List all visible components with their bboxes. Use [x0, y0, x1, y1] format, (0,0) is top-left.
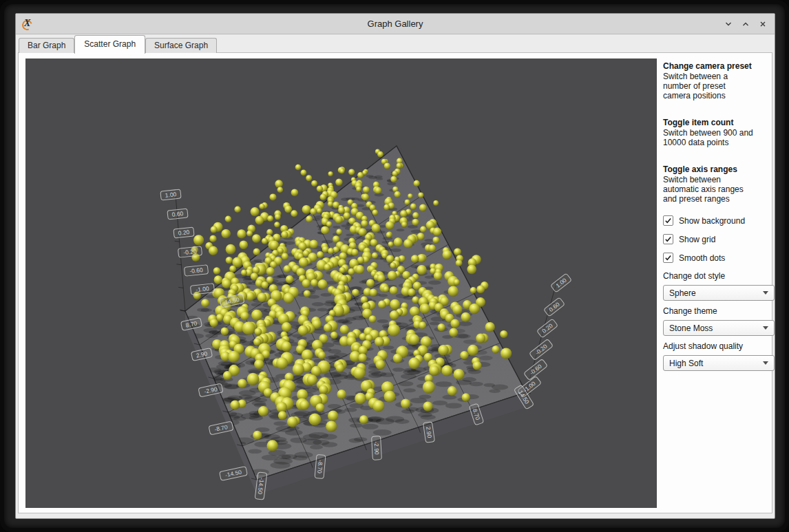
checkbox-label: Smooth dots — [679, 253, 725, 263]
checkbox-label: Show background — [679, 216, 745, 226]
checkbox-box[interactable] — [663, 234, 673, 244]
window-title: Graph Gallery — [16, 19, 775, 29]
svg-text:-8.70: -8.70 — [316, 460, 324, 474]
scatter-3d-view[interactable]: 1.000.600.20-0.20-0.60-1.001.000.600.20-… — [25, 58, 657, 508]
checkbox-box[interactable] — [663, 253, 673, 263]
panel-button-toggle-axis-ranges[interactable]: Toggle axis rangesSwitch between automat… — [663, 164, 775, 204]
checkbox-group: Show backgroundShow gridSmooth dots — [663, 215, 775, 263]
panel-button-toggle-item-count[interactable]: Toggle item countSwitch between 900 and … — [663, 118, 775, 147]
panel-button-description: Switch between automatic axis ranges and… — [663, 175, 775, 204]
chevron-down-icon — [763, 326, 768, 332]
xorg-app-icon: X — [22, 18, 34, 30]
combo-change-dot-style[interactable]: Sphere — [663, 285, 775, 301]
svg-text:-2.90: -2.90 — [372, 441, 380, 455]
svg-text:-1.00: -1.00 — [196, 285, 210, 293]
combo-value: Sphere — [669, 288, 696, 298]
check-icon — [664, 217, 672, 224]
check-icon — [664, 254, 672, 262]
tick-label: 1.00 — [160, 189, 181, 200]
combo-value: Stone Moss — [669, 323, 713, 333]
tick-label: -2.90 — [372, 436, 382, 460]
select-label-adjust-shadow-quality: Adjust shadow quality — [663, 341, 775, 351]
svg-text:0.20: 0.20 — [178, 228, 190, 237]
panel-button-title: Toggle item count — [663, 118, 775, 128]
panel-button-description: Switch between 900 and 10000 data points — [663, 128, 775, 147]
combo-value: High Soft — [669, 359, 703, 368]
combo-adjust-shadow-quality[interactable]: High Soft — [663, 355, 775, 371]
chevron-down-icon — [763, 361, 768, 368]
svg-text:1.00: 1.00 — [165, 191, 177, 199]
close-icon[interactable] — [758, 19, 768, 29]
minimize-icon[interactable] — [724, 19, 733, 29]
panel-button-title: Toggle axis ranges — [663, 164, 775, 175]
tick-label: 0.20 — [173, 227, 194, 238]
select-label-change-dot-style: Change dot style — [663, 271, 775, 281]
window-controls — [724, 14, 768, 34]
tab-surface-graph[interactable]: Surface Graph — [145, 38, 217, 53]
panel-button-description: Switch between a number of preset camera… — [663, 72, 775, 100]
checkbox-box[interactable] — [663, 215, 673, 226]
tab-bar-graph[interactable]: Bar Graph — [19, 38, 74, 53]
combo-change-theme[interactable]: Stone Moss — [663, 320, 775, 336]
chevron-down-icon — [763, 291, 768, 297]
panel-button-change-camera-preset[interactable]: Change camera presetSwitch between a num… — [663, 61, 775, 100]
settings-panel: Change camera presetSwitch between a num… — [663, 61, 775, 371]
panel-button-title: Change camera preset — [663, 61, 775, 72]
tab-bar: Bar GraphScatter GraphSurface Graph — [19, 36, 217, 53]
app-window: X Graph Gallery Bar GraphScatter GraphSu… — [15, 13, 775, 519]
checkbox-smooth-dots[interactable]: Smooth dots — [663, 253, 775, 263]
check-icon — [664, 235, 672, 243]
svg-text:-0.20: -0.20 — [183, 248, 198, 256]
svg-text:-0.60: -0.60 — [189, 266, 204, 275]
select-label-change-theme: Change theme — [663, 306, 775, 316]
title-bar[interactable]: X Graph Gallery — [16, 14, 775, 34]
checkbox-show-background[interactable]: Show background — [663, 215, 775, 226]
maximize-icon[interactable] — [741, 19, 750, 29]
tick-label: -8.70 — [315, 454, 326, 478]
svg-text:0.60: 0.60 — [171, 210, 184, 218]
tab-content-pane: 1.000.600.20-0.20-0.60-1.001.000.600.20-… — [18, 52, 772, 513]
tick-label: 0.60 — [167, 209, 188, 220]
checkbox-show-grid[interactable]: Show grid — [663, 234, 775, 244]
tab-scatter-graph[interactable]: Scatter Graph — [74, 35, 145, 54]
checkbox-label: Show grid — [679, 235, 715, 244]
